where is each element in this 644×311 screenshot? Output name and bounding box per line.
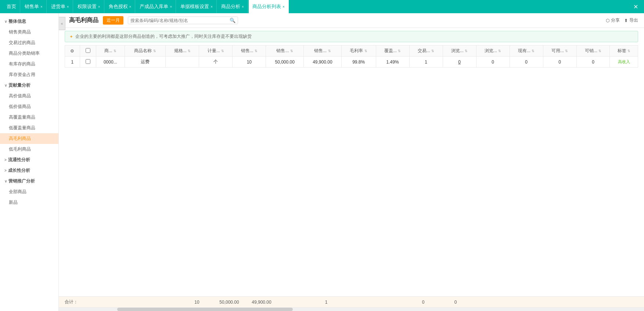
nav-tab-产成品入库单[interactable]: 产成品入库单× <box>136 0 176 13</box>
nav-tab-close-icon[interactable]: × <box>242 5 244 9</box>
col-header-sales_count[interactable]: 销售... ⇅ <box>233 46 266 57</box>
sidebar-item-高价值商品[interactable]: 高价值商品 <box>0 91 58 101</box>
nav-tab-商品分析列表[interactable]: 商品分析列表× <box>249 0 289 13</box>
top-navigation: 首页销售单×进货单×权限设置×角色授权×产成品入库单×单据模板设置×商品分析×商… <box>0 0 644 13</box>
export-button[interactable]: ⬆ 导出 <box>624 17 638 23</box>
sort-icon[interactable]: ⇅ <box>255 49 258 53</box>
col-header-current[interactable]: 现有... ⇅ <box>510 46 543 57</box>
horizontal-scrollbar[interactable] <box>59 307 644 311</box>
settings-icon[interactable]: ⚙ <box>70 48 74 54</box>
footer-sales-profit: 49,900.00 <box>247 300 276 305</box>
sort-icon[interactable]: ⇅ <box>565 49 568 53</box>
select-all-checkbox[interactable] <box>86 48 90 53</box>
col-header-available[interactable]: 可用... ⇅ <box>543 46 576 57</box>
col-header-sales_profit[interactable]: 销售... ⇅ <box>304 46 342 57</box>
sidebar-item-低毛利商品[interactable]: 低毛利商品 <box>0 144 58 155</box>
sidebar-item-高毛利商品[interactable]: 高毛利商品 <box>0 133 58 144</box>
cell-sales_count: 10 <box>233 57 266 68</box>
nav-tab-label: 角色授权 <box>109 3 128 10</box>
sidebar-group-营销推广分析[interactable]: ∨营销推广分析 <box>0 176 58 187</box>
nav-tab-首页[interactable]: 首页 <box>3 0 20 13</box>
nav-tab-label: 进货单 <box>51 3 65 10</box>
info-banner: ✦ 企业的主要的利润都是这部分商品创造的，可考虑加大推广，同时关注库存是不要出现… <box>65 31 638 42</box>
group-arrow-icon: ∨ <box>4 19 7 23</box>
sort-icon[interactable]: ⇅ <box>431 49 434 53</box>
cell-browse1[interactable]: 0 <box>443 57 476 68</box>
tag-label[interactable]: 高收入 <box>618 59 630 64</box>
sort-icon[interactable]: ⇅ <box>114 49 116 53</box>
col-header-checkbox[interactable] <box>80 46 96 57</box>
sidebar-item-全部商品[interactable]: 全部商品 <box>0 187 58 197</box>
sidebar-group-流通性分析[interactable]: >流通性分析 <box>0 155 58 165</box>
sort-icon[interactable]: ⇅ <box>398 49 401 53</box>
sidebar-item-有库存的商品[interactable]: 有库存的商品 <box>0 59 58 69</box>
nav-tab-权限设置[interactable]: 权限设置× <box>74 0 104 13</box>
sidebar-item-高覆盖量商品[interactable]: 高覆盖量商品 <box>0 112 58 123</box>
col-header-transaction[interactable]: 交易... ⇅ <box>409 46 443 57</box>
sidebar-item-label: 有库存的商品 <box>9 61 35 66</box>
nav-tab-单据模板设置[interactable]: 单据模板设置× <box>177 0 217 13</box>
row-checkbox[interactable] <box>86 59 90 64</box>
search-input[interactable] <box>130 18 230 23</box>
sidebar-item-新品[interactable]: 新品 <box>0 197 58 208</box>
search-icon[interactable]: 🔍 <box>230 18 235 23</box>
col-header-sales_amount[interactable]: 销售... ⇅ <box>266 46 304 57</box>
header-actions: ⬡ 分享 ⬆ 导出 <box>606 17 638 23</box>
sidebar-item-交易过的商品[interactable]: 交易过的商品 <box>0 37 58 48</box>
filter-recent-month-button[interactable]: 近一月 <box>103 16 123 25</box>
col-header-tag[interactable]: 标签 ⇅ <box>610 46 638 57</box>
sort-icon[interactable]: ⇅ <box>188 49 191 53</box>
col-header-code[interactable]: 商... ⇅ <box>96 46 125 57</box>
nav-tab-商品分析[interactable]: 商品分析× <box>217 0 248 13</box>
sidebar-item-库存资金占用[interactable]: 库存资金占用 <box>0 69 58 80</box>
scrollbar-thumb[interactable] <box>117 308 293 311</box>
nav-tab-close-icon[interactable]: × <box>67 5 69 9</box>
col-header-spec[interactable]: 规格... ⇅ <box>166 46 199 57</box>
sidebar-item-销售类商品[interactable]: 销售类商品 <box>0 27 58 37</box>
nav-tab-label: 权限设置 <box>78 3 97 10</box>
browse1-link[interactable]: 0 <box>458 59 461 65</box>
nav-tab-close-icon[interactable]: × <box>40 5 43 9</box>
close-all-button[interactable]: ✕ <box>630 3 641 10</box>
col-label: 交易... <box>418 48 430 53</box>
col-header-browse2[interactable]: 浏览... ⇅ <box>476 46 510 57</box>
sort-icon[interactable]: ⇅ <box>364 49 367 53</box>
sidebar-item-低价值商品[interactable]: 低价值商品 <box>0 101 58 112</box>
nav-tab-close-icon[interactable]: × <box>211 5 213 9</box>
nav-tab-角色授权[interactable]: 角色授权× <box>105 0 136 13</box>
nav-tab-close-icon[interactable]: × <box>98 5 100 9</box>
share-button[interactable]: ⬡ 分享 <box>606 17 620 23</box>
col-header-coverage[interactable]: 覆盖... ⇅ <box>376 46 409 57</box>
collapse-sidebar-button[interactable]: « <box>59 17 65 30</box>
sort-icon[interactable]: ⇅ <box>465 49 468 53</box>
sidebar-group-贡献量分析[interactable]: ∨贡献量分析 <box>0 80 58 91</box>
sort-icon[interactable]: ⇅ <box>153 49 156 53</box>
col-header-name[interactable]: 商品名称 ⇅ <box>125 46 165 57</box>
col-header-settings[interactable]: ⚙ <box>65 46 80 57</box>
nav-tab-close-icon[interactable]: × <box>170 5 172 9</box>
sort-icon[interactable]: ⇅ <box>290 49 293 53</box>
nav-tab-close-icon[interactable]: × <box>283 5 285 9</box>
sidebar-group-整体信息[interactable]: ∨整体信息 <box>0 16 58 27</box>
nav-tab-销售单[interactable]: 销售单× <box>21 0 47 13</box>
sort-icon[interactable]: ⇅ <box>498 49 501 53</box>
sidebar-item-低覆盖量商品[interactable]: 低覆盖量商品 <box>0 123 58 133</box>
cell-tag[interactable]: 高收入 <box>610 57 638 68</box>
footer-available: 0 <box>441 300 470 305</box>
sort-icon[interactable]: ⇅ <box>532 49 535 53</box>
col-label: 销售... <box>276 48 289 53</box>
sidebar-item-商品分类助销率[interactable]: 商品分类助销率 <box>0 48 58 59</box>
sort-icon[interactable]: ⇅ <box>627 49 630 53</box>
sort-icon[interactable]: ⇅ <box>598 49 601 53</box>
col-header-unit[interactable]: 计量... ⇅ <box>199 46 233 57</box>
sort-icon[interactable]: ⇅ <box>328 49 331 53</box>
nav-tab-close-icon[interactable]: × <box>129 5 132 9</box>
col-header-browse1[interactable]: 浏览... ⇅ <box>443 46 476 57</box>
col-header-sellable[interactable]: 可销... ⇅ <box>576 46 610 57</box>
sort-icon[interactable]: ⇅ <box>221 49 224 53</box>
nav-tab-进货单[interactable]: 进货单× <box>47 0 73 13</box>
sidebar-group-成长性分析[interactable]: >成长性分析 <box>0 165 58 176</box>
col-header-gross_rate[interactable]: 毛利率 ⇅ <box>341 46 376 57</box>
sidebar-item-label: 商品分类助销率 <box>9 51 40 56</box>
cell-browse2: 0 <box>476 57 510 68</box>
